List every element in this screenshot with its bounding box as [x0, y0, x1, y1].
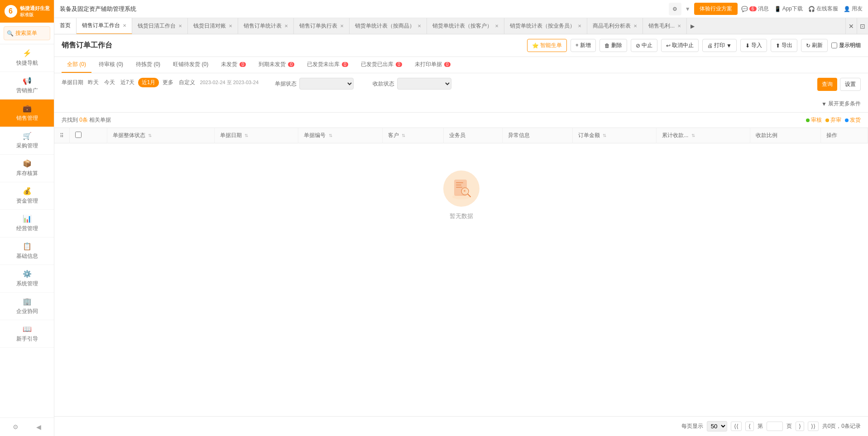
dropdown-arrow-icon[interactable]: ▼ [685, 6, 691, 12]
col-checkbox[interactable] [70, 128, 107, 143]
page-prev-btn[interactable]: ⟨ [745, 422, 754, 431]
tab-sales-stat1-close[interactable]: ✕ [284, 24, 288, 28]
query-btn[interactable]: 查询 [817, 78, 837, 91]
subtab-shipped-not-out[interactable]: 已发货未出库 0 [302, 57, 354, 73]
per-page-select[interactable]: 50 [707, 421, 727, 431]
page-number-input[interactable]: 1 [767, 422, 783, 431]
subtab-all[interactable]: 全部 (0) [62, 57, 91, 73]
delete-btn[interactable]: 🗑 删除 [599, 39, 627, 52]
tab-sales-workbench[interactable]: 销售订单工作台 ✕ [77, 18, 132, 34]
export-btn[interactable]: ⬆ 导出 [771, 39, 797, 52]
sidebar-item-finance[interactable]: 💰 资金管理 [0, 182, 54, 210]
tab-sales-stat4[interactable]: 销货单统计表（按业务员） ✕ [504, 18, 587, 34]
tab-home-label: 首页 [60, 22, 71, 29]
tab-gross-profit-close[interactable]: ✕ [633, 24, 637, 28]
tab-cash-reconcile[interactable]: 钱货日清对账 ✕ [188, 18, 238, 34]
expand-filter-btn[interactable]: ▼ 展开更多条件 [821, 100, 861, 108]
refresh-btn[interactable]: ↻ 刷新 [801, 39, 828, 52]
sidebar-item-enterprise[interactable]: 🏢 企业协同 [0, 293, 54, 320]
sidebar-item-system[interactable]: ⚙️ 系统管理 [0, 265, 54, 293]
customer-sort-icon[interactable]: ⇅ [402, 133, 405, 138]
app-download-action[interactable]: 📱 App下载 [774, 5, 803, 13]
topbar-gear-icon[interactable]: ⚙ [669, 3, 681, 15]
status-filter-select[interactable] [299, 78, 354, 90]
cancel-audit-action[interactable]: 弃审 [825, 116, 841, 124]
col-number: 单据编号 ⇅ [298, 128, 383, 143]
message-action[interactable]: 💬 6 消息 [741, 5, 769, 13]
phone-icon: 📱 [774, 6, 781, 12]
page-next-btn[interactable]: ⟩ [796, 422, 804, 431]
tab-sales-stat2[interactable]: 销货单统计表（按商品） ✕ [350, 18, 427, 34]
date-opt-custom[interactable]: 自定义 [177, 78, 197, 87]
tab-cash-reconcile-close[interactable]: ✕ [229, 24, 232, 28]
search-menu-button[interactable]: 🔍 搜索菜单 [4, 26, 50, 40]
sidebar-item-marketing[interactable]: 📢 营销推广 [0, 72, 54, 100]
show-detail-label[interactable]: 显示明细 [831, 42, 861, 49]
sidebar-item-sales[interactable]: 💼 销售管理 [0, 100, 54, 127]
amount-sort-icon[interactable]: ⇅ [603, 133, 606, 138]
subtab-not-shipped[interactable]: 未发货 0 [216, 57, 251, 73]
user-action[interactable]: 👤 用友 [844, 5, 863, 13]
tab-gross-profit[interactable]: 商品毛利分析表 ✕ [587, 18, 643, 34]
sidebar-item-quick-nav[interactable]: ⚡ 快捷导航 [0, 44, 54, 72]
tab-sales-stat2-close[interactable]: ✕ [417, 24, 421, 28]
show-detail-checkbox[interactable] [831, 43, 837, 48]
import-btn[interactable]: ⬇ 导入 [740, 39, 767, 52]
subtab-pending-pickup[interactable]: 待拣货 (0) [130, 57, 166, 73]
sidebar-item-guide[interactable]: 📖 新手引导 [0, 320, 54, 348]
page-last-btn[interactable]: ⟩⟩ [808, 422, 819, 431]
sidebar-search[interactable]: 🔍 搜索菜单 [0, 23, 54, 44]
collected-sort-icon[interactable]: ⇅ [691, 133, 695, 138]
tabbar-maximize[interactable]: ⊡ [857, 18, 868, 34]
cancel-stop-btn[interactable]: ↩ 取消中止 [661, 39, 699, 52]
trial-btn[interactable]: 体验行业方案 [694, 3, 738, 15]
tab-sales-stat1[interactable]: 销售订单统计表 ✕ [238, 18, 294, 34]
subtab-overdue[interactable]: 到期未发货 0 [253, 57, 300, 73]
tab-sales-exec[interactable]: 销售订单执行表 ✕ [294, 18, 350, 34]
subtab-shipped-out[interactable]: 已发货已出库 0 [355, 57, 408, 73]
online-service-action[interactable]: 🎧 在线客服 [808, 5, 838, 13]
tab-sales-stat4-close[interactable]: ✕ [578, 24, 581, 28]
ship-action[interactable]: 发货 [845, 116, 861, 124]
sidebar-item-stock[interactable]: 📦 库存核算 [0, 155, 54, 182]
tab-home[interactable]: 首页 [54, 18, 77, 34]
sidebar-item-basic[interactable]: 📋 基础信息 [0, 237, 54, 265]
page-first-btn[interactable]: ⟨⟨ [731, 422, 742, 431]
tab-sales-more[interactable]: 销售毛利... ✕ [643, 18, 687, 34]
tabbar-close-all[interactable]: ✕ [845, 18, 857, 34]
smart-create-btn[interactable]: ⭐ 智能生单 [527, 39, 567, 52]
add-btn[interactable]: + 新增 [571, 39, 596, 52]
sidebar-item-operation[interactable]: 📊 经营管理 [0, 210, 54, 237]
status-sort-icon[interactable]: ⇅ [148, 133, 152, 138]
subtab-pending-review[interactable]: 待审核 (0) [93, 57, 129, 73]
tabbar-more-btn[interactable]: ▶ [687, 23, 698, 29]
print-btn[interactable]: 🖨 打印 ▼ [702, 39, 737, 52]
date-filter-label: 单据日期 [62, 79, 83, 86]
audit-action[interactable]: 审核 [806, 116, 822, 124]
date-opt-yesterday[interactable]: 昨天 [86, 78, 101, 87]
tab-sales-exec-close[interactable]: ✕ [340, 24, 344, 28]
number-sort-icon[interactable]: ⇅ [329, 133, 332, 138]
date-opt-7days[interactable]: 近7天 [119, 78, 136, 87]
subtab-wangpu[interactable]: 旺铺待发货 (0) [168, 57, 214, 73]
tab-sales-stat3[interactable]: 销货单统计表（按客户） ✕ [427, 18, 504, 34]
tab-sales-workbench-close[interactable]: ✕ [123, 23, 126, 28]
date-opt-more[interactable]: 更多 [161, 78, 175, 87]
collapse-icon[interactable]: ◀ [34, 422, 43, 432]
tab-sales-more-close[interactable]: ✕ [677, 24, 681, 28]
payment-filter-select[interactable] [397, 78, 451, 90]
tab-sales-stat3-close[interactable]: ✕ [495, 24, 499, 28]
stop-btn[interactable]: ⊘ 中止 [631, 39, 657, 52]
date-opt-1month[interactable]: 近1月 [138, 78, 159, 87]
date-opt-today[interactable]: 今天 [102, 78, 117, 87]
select-all-checkbox[interactable] [75, 132, 82, 138]
filter-right-actions: 查询 设置 [817, 78, 861, 91]
system-name: 装备及固定资产辅助管理系统 [60, 5, 665, 13]
sidebar-item-purchase[interactable]: 🛒 采购管理 [0, 127, 54, 155]
subtab-not-printed[interactable]: 未打印单据 0 [409, 57, 456, 73]
tab-cash-daily-close[interactable]: ✕ [178, 24, 182, 28]
date-sort-icon[interactable]: ⇅ [245, 133, 248, 138]
setting-btn[interactable]: 设置 [840, 78, 861, 91]
tab-cash-daily[interactable]: 钱货日清工作台 ✕ [132, 18, 188, 34]
settings-icon[interactable]: ⚙ [11, 422, 20, 432]
